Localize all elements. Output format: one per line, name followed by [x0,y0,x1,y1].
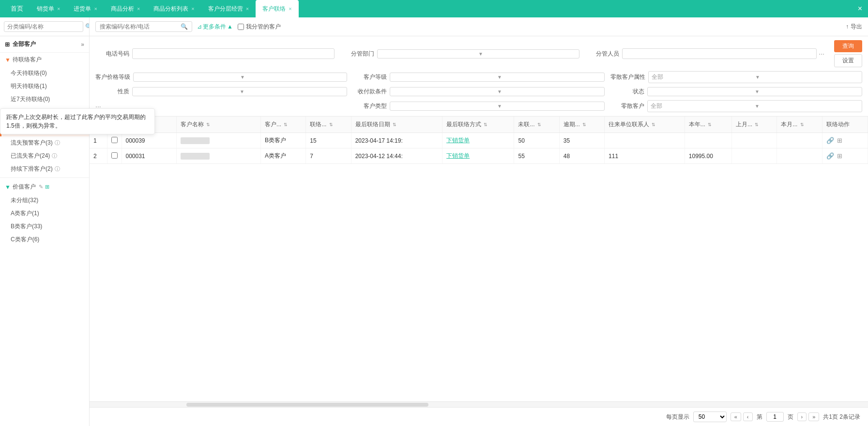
close-product-analysis-list[interactable]: × [191,6,194,12]
chevron-down-icon-dept: ▼ [478,51,576,57]
close-customer-segmentation[interactable]: × [246,6,249,12]
last-page-btn[interactable]: » [808,412,819,421]
settings-button[interactable]: 设置 [834,54,862,67]
th-last-contact-date[interactable]: 最后联络日期 ⇅ [351,117,442,133]
sidebar-item-tomorrow-pending[interactable]: 明天待联络(1) [0,80,89,93]
nav-customer-contact[interactable]: 客户联络 × [256,0,298,17]
table-row: 1 000039 B类客户 15 2023-04-17 14:19: 下销货单 … [90,133,868,148]
export-btn[interactable]: ↑ 导出 [846,23,862,31]
nav-sales-order[interactable]: 销货单 × [30,0,67,17]
filter-customer-type-select[interactable]: ▼ [390,102,605,111]
filter-expanded-rows: 电话号码 分管部门 ▼ 分管人员 ··· 查询 设置 [90,36,868,117]
filter-status-select[interactable]: ▼ [647,87,862,96]
query-button[interactable]: 查询 [834,40,862,52]
close-sales-order[interactable]: × [57,6,60,12]
filter-retail-customer-select[interactable]: 全部 ▼ [647,100,862,112]
nav-product-analysis-list[interactable]: 商品分析列表 × [147,0,201,17]
next-page-btn[interactable]: › [797,412,807,421]
manager-dots-btn[interactable]: ··· [819,50,824,58]
contact-icon-2[interactable]: 🔗 [826,152,834,160]
th-type[interactable]: 客户... ⇅ [261,117,306,133]
th-uncontacted[interactable]: 未联... ⇅ [514,117,559,133]
close-product-analysis[interactable]: × [137,6,140,12]
chevron-down-icon-status: ▼ [755,89,859,94]
nav-product-analysis[interactable]: 商品分析 × [104,0,147,17]
th-name[interactable]: 客户名称 ⇅ [177,117,261,133]
th-last-month[interactable]: 上月... ⇅ [732,117,777,133]
th-this-year[interactable]: 本年... ⇅ [685,117,731,133]
contact-method-link-1[interactable]: 下销货单 [446,137,470,144]
row-checkbox-1[interactable] [111,137,118,143]
main-search-icon[interactable]: 🔍 [181,23,188,30]
filter-retail-attr-label: 零散客户属性 [610,73,645,81]
nav-purchase-order[interactable]: 进货单 × [67,0,104,17]
grid-action-icon-1[interactable]: ⊞ [837,137,842,144]
sidebar-item-b-class[interactable]: B类客户(33) [0,220,89,233]
my-customers-checkbox-wrap: 我分管的客户 [238,23,281,31]
th-overdue[interactable]: 逾期... ⇅ [559,117,604,133]
main-search-input[interactable] [100,23,181,30]
grid-action-icon-2[interactable]: ⊞ [837,152,842,160]
info-icon-1: ⓘ [55,139,60,147]
chevron-down-icon-payment: ▼ [497,89,601,94]
th-this-month[interactable]: 本月... ⇅ [777,117,822,133]
sort-icon-uncontacted: ⇅ [537,122,541,127]
contact-icon-1[interactable]: 🔗 [826,137,834,144]
sidebar-item-7days-pending[interactable]: 近7天待联络(0) [0,93,89,106]
td-last-month-1 [732,133,777,148]
sidebar-item-unclassified[interactable]: 未分组(32) [0,194,89,207]
more-conditions-btn[interactable]: ⊿ 更多条件 ▲ [197,23,233,31]
th-contact-count[interactable]: 联络... ⇅ [306,117,351,133]
sidebar-search-icon[interactable]: 🔍 [85,23,90,30]
sidebar-item-today-pending[interactable]: 今天待联络(0) [0,67,89,80]
per-page-select[interactable]: 50 100 200 [693,411,727,422]
chevron-down-icon-price: ▼ [240,74,344,80]
per-page-label: 每页显示 [666,413,689,421]
sort-icon-date: ⇅ [393,122,396,127]
filter-dept-select[interactable]: ▼ [377,49,579,59]
edit-icon[interactable]: ✎ [39,184,43,190]
sort-icon-contact-person: ⇅ [652,122,655,127]
sort-icon-name: ⇅ [206,122,210,127]
filter-retail-attr-select[interactable]: 全部 ▼ [648,71,862,83]
first-page-btn[interactable]: « [731,412,741,421]
close-all-tabs[interactable]: × [858,4,862,13]
row-checkbox-2[interactable] [111,152,118,159]
sidebar-item-a-class[interactable]: A类客户(1) [0,207,89,220]
sidebar-collapse-icon[interactable]: » [81,41,84,48]
prev-page-btn[interactable]: ‹ [743,412,753,421]
filter-payment-terms-select[interactable]: ▼ [390,87,605,96]
horizontal-scrollbar[interactable] [90,401,868,407]
th-last-contact-method[interactable]: 最后联络方式 ⇅ [442,117,514,133]
table-header-row: ⚙ 客户编码 ⇅ 客户名称 ⇅ [90,117,868,133]
nav-customer-segmentation[interactable]: 客户分层经营 × [201,0,256,17]
filter-phone-input[interactable] [132,48,335,59]
filter-price-grade-select[interactable]: ▼ [133,73,347,82]
close-customer-contact[interactable]: × [289,6,291,12]
sidebar-item-declining[interactable]: 持续下滑客户(2) ⓘ [0,162,89,176]
my-customers-checkbox[interactable] [238,24,244,30]
sidebar-all-customers-header[interactable]: ⊞ 全部客户 » [0,36,89,53]
filter-customer-grade-select[interactable]: ▼ [390,73,605,82]
filter-manager: 分管人员 ··· [585,48,824,59]
sidebar-group-value-customers[interactable]: ▼ 价值客户 ✎ ⊞ [0,180,89,194]
close-purchase-order[interactable]: × [94,6,97,12]
sidebar-search-input[interactable] [4,21,83,32]
expand-icon[interactable]: ⊞ [45,184,49,190]
pagination-bar: 每页显示 50 100 200 « ‹ 第 页 › » 共1页 2条记录 [90,407,868,426]
sidebar-group-pending-contact[interactable]: ▼ 待联络客户 [0,53,89,67]
filter-manager-input[interactable] [622,48,817,59]
sidebar-item-churned[interactable]: 已流失客户(24) ⓘ [0,149,89,162]
nav-home[interactable]: 首页 [4,0,30,17]
scrollbar-thumb[interactable] [186,403,428,407]
filter-nature-select[interactable]: ▼ [132,87,347,96]
sidebar-item-c-class[interactable]: C类客户(6) [0,233,89,246]
contact-method-link-2[interactable]: 下销货单 [446,152,470,159]
sidebar-item-churn-warning[interactable]: 流失预警客户(3) ⓘ [0,136,89,149]
page-label-before: 第 [757,413,762,421]
chevron-down-icon-retail-attr: ▼ [755,74,859,80]
th-contact-person[interactable]: 往来单位联系人 ⇅ [605,117,685,133]
page-input[interactable] [766,412,784,422]
td-actions-1: 🔗 ⊞ [822,133,868,148]
td-type-2: A类客户 [261,148,306,164]
